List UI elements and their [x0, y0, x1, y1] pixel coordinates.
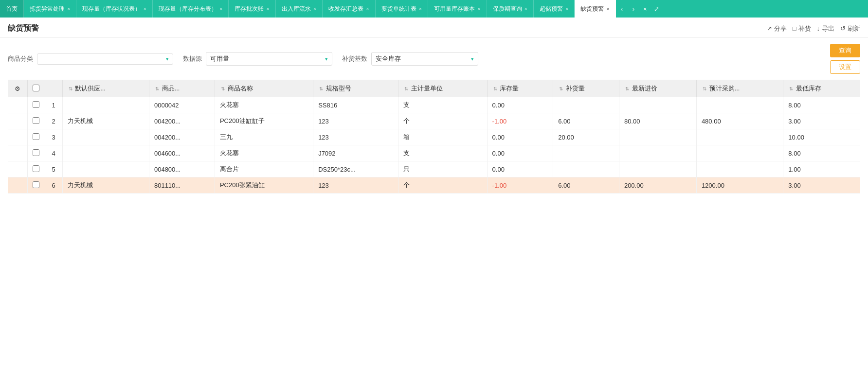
- tab-home[interactable]: 首页: [0, 0, 24, 18]
- tab-2[interactable]: 现存量（库存状况表） ×: [76, 0, 152, 18]
- col-header-spec[interactable]: ⇅ 规格型号: [313, 80, 398, 97]
- category-arrow-icon: ▾: [166, 56, 169, 62]
- tab-close-7[interactable]: ×: [419, 6, 422, 12]
- replenish-btn[interactable]: □ 补货: [793, 24, 811, 33]
- select-all-checkbox[interactable]: [33, 85, 39, 91]
- row-select-5[interactable]: [33, 181, 39, 188]
- tab-close-all-btn[interactable]: ×: [639, 0, 651, 18]
- row-gear-5: [8, 177, 27, 194]
- query-button[interactable]: 查询: [830, 44, 860, 57]
- tab-close-6[interactable]: ×: [366, 6, 369, 12]
- row-select-4[interactable]: [33, 165, 39, 172]
- row-estimated-5: 1200.00: [696, 177, 783, 194]
- tab-close-5[interactable]: ×: [313, 6, 316, 12]
- table-row: 4 004600... 火花塞 J7092 支 0.00 8.00: [8, 145, 860, 161]
- row-select-1[interactable]: [33, 117, 39, 124]
- sort-icon: ⇅: [789, 86, 794, 91]
- refresh-btn[interactable]: ↺ 刷新: [840, 24, 860, 33]
- col-header-stock[interactable]: ⇅ 库存量: [487, 80, 553, 97]
- tab-close-2[interactable]: ×: [143, 6, 146, 12]
- data-table: ⚙ ⇅ 默认供应... ⇅ 商品...: [8, 80, 860, 194]
- col-header-latest-price[interactable]: ⇅ 最新进价: [619, 80, 696, 97]
- col-header-replenish-qty[interactable]: ⇅ 补货量: [553, 80, 619, 97]
- row-checkbox-0[interactable]: [27, 97, 45, 113]
- tab-3[interactable]: 现存量（库存分布表） ×: [153, 0, 229, 18]
- tab-9[interactable]: 保质期查询 ×: [487, 0, 534, 18]
- tab-close-11[interactable]: ×: [606, 6, 609, 12]
- tab-6[interactable]: 收发存汇总表 ×: [323, 0, 375, 18]
- row-latest-price-4: [619, 161, 696, 177]
- col-header-estimated-purchase[interactable]: ⇅ 预计采购...: [696, 80, 783, 97]
- tab-next-btn[interactable]: ›: [628, 0, 639, 18]
- row-unit-0: 支: [398, 97, 487, 113]
- row-name-2: 三九: [215, 129, 313, 145]
- tab-close-4[interactable]: ×: [266, 6, 269, 12]
- row-select-0[interactable]: [33, 101, 39, 108]
- tab-11[interactable]: 缺货预警 ×: [575, 0, 615, 18]
- col-header-checkbox[interactable]: [27, 80, 45, 97]
- row-checkbox-1[interactable]: [27, 113, 45, 129]
- tab-prev-btn[interactable]: ‹: [616, 0, 628, 18]
- row-latest-price-1: 80.00: [619, 113, 696, 129]
- row-gear-2: [8, 129, 27, 145]
- category-select[interactable]: ▾: [37, 53, 173, 65]
- row-select-3[interactable]: [33, 149, 39, 156]
- row-stock-0: 0.00: [487, 97, 553, 113]
- row-checkbox-3[interactable]: [27, 145, 45, 161]
- replenish-select[interactable]: 安全库存 ▾: [371, 52, 478, 66]
- col-header-product-code[interactable]: ⇅ 商品...: [149, 80, 215, 97]
- row-unit-1: 个: [398, 113, 487, 129]
- table-body: 1 0000042 火花塞 SS816 支 0.00 8.00 2 力天机械 0…: [8, 97, 860, 194]
- row-min-stock-3: 8.00: [783, 145, 860, 161]
- row-supplier-2: [62, 129, 149, 145]
- col-header-gear[interactable]: ⚙: [8, 80, 27, 97]
- row-latest-price-3: [619, 145, 696, 161]
- row-replenish-5: 6.00: [553, 177, 619, 194]
- replenish-icon: □: [793, 25, 796, 32]
- sort-icon: ⇅: [69, 86, 73, 91]
- tab-expand-btn[interactable]: ⤢: [651, 0, 663, 18]
- row-spec-5: 123: [313, 177, 398, 194]
- share-btn[interactable]: ↗ 分享: [767, 24, 787, 33]
- tab-close-10[interactable]: ×: [565, 6, 568, 12]
- datasource-value: 可用量: [210, 54, 229, 63]
- tab-1[interactable]: 拣货异常处理 ×: [24, 0, 76, 18]
- row-num-0: 1: [45, 97, 62, 113]
- row-supplier-4: [62, 161, 149, 177]
- row-name-5: PC200张紧油缸: [215, 177, 313, 194]
- row-checkbox-4[interactable]: [27, 161, 45, 177]
- col-header-num: [45, 80, 62, 97]
- col-header-product-name[interactable]: ⇅ 商品名称: [215, 80, 313, 97]
- row-code-1: 004200...: [149, 113, 215, 129]
- col-header-unit[interactable]: ⇅ 主计量单位: [398, 80, 487, 97]
- tab-10[interactable]: 超储预警 ×: [534, 0, 575, 18]
- tab-close-8[interactable]: ×: [477, 6, 480, 12]
- settings-button[interactable]: 设置: [830, 60, 860, 74]
- row-num-3: 4: [45, 145, 62, 161]
- tab-5[interactable]: 出入库流水 ×: [276, 0, 323, 18]
- row-estimated-4: [696, 161, 783, 177]
- row-checkbox-5[interactable]: [27, 177, 45, 194]
- row-spec-4: DS250*23c...: [313, 161, 398, 177]
- tab-8[interactable]: 可用量库存账本 ×: [428, 0, 487, 18]
- export-btn[interactable]: ↓ 导出: [817, 24, 835, 33]
- tab-close-3[interactable]: ×: [219, 6, 222, 12]
- row-select-2[interactable]: [33, 133, 39, 140]
- table-wrapper: ⚙ ⇅ 默认供应... ⇅ 商品...: [0, 80, 868, 194]
- tab-7[interactable]: 要货单统计表 ×: [376, 0, 428, 18]
- col-header-min-stock[interactable]: ⇅ 最低库存: [783, 80, 860, 97]
- replenish-value: 安全库存: [376, 54, 401, 63]
- datasource-arrow-icon: ▾: [325, 56, 328, 62]
- replenish-label: 补货基数: [342, 54, 367, 63]
- row-min-stock-5: 3.00: [783, 177, 860, 194]
- sort-icon: ⇅: [559, 86, 564, 91]
- col-header-supplier[interactable]: ⇅ 默认供应...: [62, 80, 149, 97]
- datasource-select[interactable]: 可用量 ▾: [206, 52, 332, 66]
- row-checkbox-2[interactable]: [27, 129, 45, 145]
- tab-close-9[interactable]: ×: [524, 6, 527, 12]
- tab-close-1[interactable]: ×: [67, 6, 70, 12]
- row-code-0: 0000042: [149, 97, 215, 113]
- tab-4[interactable]: 库存批次账 ×: [229, 0, 275, 18]
- row-replenish-1: 6.00: [553, 113, 619, 129]
- page-header: 缺货预警 ↗ 分享 □ 补货 ↓ 导出 ↺ 刷新: [0, 18, 868, 38]
